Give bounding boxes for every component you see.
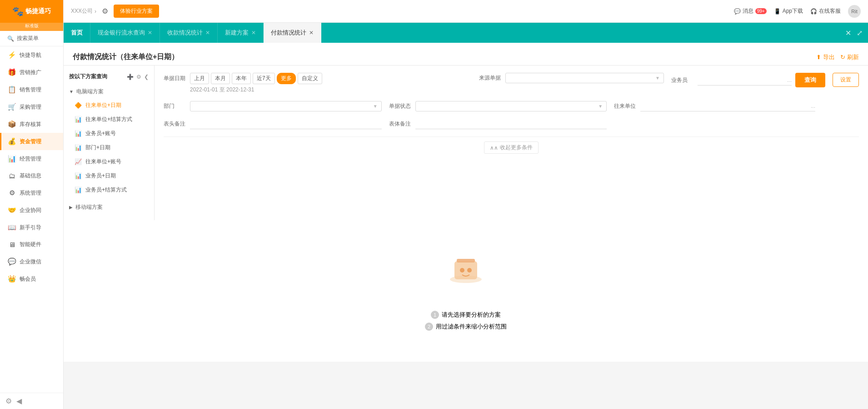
- try-btn[interactable]: 体验行业方案: [114, 5, 159, 18]
- tab-expand-icon[interactable]: ⤢: [857, 29, 863, 37]
- staff-date-label: 业务员+日期: [85, 172, 116, 180]
- tab-new-scheme-close[interactable]: ✕: [251, 30, 256, 36]
- app-icon: 📱: [774, 8, 781, 15]
- tab-payment-close[interactable]: ✕: [309, 30, 314, 36]
- step2-text: 用过滤条件来缩小分析范围: [436, 323, 507, 331]
- empty-illustration: [443, 247, 489, 302]
- sidebar-item-enterprise[interactable]: 🤝 企业协同: [0, 202, 63, 219]
- tab-home[interactable]: 首页: [64, 23, 90, 43]
- scheme-item-partner-date[interactable]: 🔶 往来单位+日期: [64, 98, 154, 112]
- export-icon: ⬆: [816, 54, 821, 61]
- search-label: 搜索菜单: [17, 35, 39, 42]
- export-btn[interactable]: ⬆ 导出: [816, 53, 835, 61]
- query-button[interactable]: 查询: [795, 73, 825, 87]
- header-settings-icon[interactable]: ⚙: [102, 7, 108, 15]
- tab-bar: 首页 现金银行流水查询 ✕ 收款情况统计 ✕ 新建方案 ✕ 付款情况统计 ✕ ✕…: [64, 23, 868, 43]
- logo-text: 畅捷通巧: [25, 7, 51, 15]
- staff-control: ...: [698, 75, 792, 86]
- purchase-icon: 🛒: [7, 103, 17, 111]
- scheme-section-mobile-title[interactable]: ▶ 移动端方案: [64, 201, 154, 214]
- sidebar-item-hardware[interactable]: 🖥 智能硬件: [0, 236, 63, 253]
- dept-filter-group: 部门 ▼: [164, 101, 382, 111]
- logo-subtitle: 标准版: [0, 23, 63, 31]
- scheme-item-staff-date[interactable]: 📊 业务员+日期: [64, 169, 154, 183]
- sidebar-item-system[interactable]: ⚙ 系统管理: [0, 184, 63, 202]
- message-action[interactable]: 💬 消息 99+: [734, 7, 767, 15]
- svg-rect-2: [457, 259, 475, 263]
- sidebar: 🐾 畅捷通巧 标准版 🔍 搜索菜单 ⚡ 快捷导航 🎁 营销推广 📋 销售管理 🛒…: [0, 0, 64, 409]
- date-btn-this-month[interactable]: 本月: [211, 73, 230, 84]
- panel-layout: 按以下方案查询 ➕ ⚙ ❮ ▼ 电脑端方案 🔶 往来单位+日期: [64, 66, 868, 220]
- user-name: Rit: [851, 9, 857, 14]
- staff-settle-label: 业务员+结算方式: [85, 186, 127, 194]
- hardware-icon: 🖥: [7, 241, 17, 248]
- date-filter-group: 单据日期 上月 本月 本年 近7天 更多 自定义 2022-01-01 至 20…: [164, 73, 472, 94]
- date-btn-custom[interactable]: 自定义: [298, 73, 322, 84]
- tab-new-scheme[interactable]: 新建方案 ✕: [218, 23, 264, 43]
- tab-receipt-close[interactable]: ✕: [205, 30, 210, 36]
- body-note-input[interactable]: [415, 119, 607, 129]
- date-btn-this-year[interactable]: 本年: [232, 73, 251, 84]
- sidebar-item-basic[interactable]: 🗂 基础信息: [0, 167, 63, 184]
- sidebar-settings-icon[interactable]: ⚙: [5, 397, 12, 405]
- doc-status-select[interactable]: ▼: [415, 101, 607, 111]
- sidebar-item-operation[interactable]: 📊 经营管理: [0, 150, 63, 167]
- collapse-button[interactable]: ∧∧ 收起更多条件: [484, 141, 539, 154]
- sidebar-item-finance[interactable]: 💰 资金管理: [0, 133, 63, 150]
- staff-ellipsis[interactable]: ...: [787, 77, 792, 83]
- tab-bank[interactable]: 现金银行流水查询 ✕: [90, 23, 160, 43]
- scheme-query-label: 按以下方案查询: [69, 73, 107, 81]
- sidebar-item-sales[interactable]: 📋 销售管理: [0, 81, 63, 98]
- header-note-input[interactable]: [190, 119, 382, 129]
- filter-panel: 单据日期 上月 本月 本年 近7天 更多 自定义 2022-01-01 至 20…: [155, 66, 868, 220]
- sidebar-item-guide[interactable]: 📖 新手引导: [0, 219, 63, 236]
- scheme-collapse-icon[interactable]: ❮: [144, 74, 149, 80]
- search-menu[interactable]: 🔍 搜索菜单: [0, 31, 63, 46]
- scheme-section-desktop-title[interactable]: ▼ 电脑端方案: [64, 85, 154, 98]
- partner-account-icon: 📈: [75, 158, 82, 165]
- system-icon: ⚙: [7, 189, 17, 197]
- partner-date-label: 往来单位+日期: [85, 101, 121, 109]
- scheme-item-partner-account[interactable]: 📈 往来单位+账号: [64, 155, 154, 169]
- sidebar-item-inventory[interactable]: 📦 库存核算: [0, 116, 63, 133]
- scheme-item-dept-date[interactable]: 📊 部门+日期: [64, 141, 154, 155]
- partner-ellipsis[interactable]: ...: [811, 103, 815, 109]
- settings-button[interactable]: 设置: [833, 73, 859, 87]
- step1-text: 请先选择要分析的方案: [442, 311, 501, 319]
- tab-payment[interactable]: 付款情况统计 ✕: [264, 23, 321, 43]
- scheme-item-partner-settle[interactable]: 📊 往来单位+结算方式: [64, 112, 154, 126]
- dept-select[interactable]: ▼: [190, 101, 382, 111]
- tab-bar-actions: ✕ ⤢: [840, 23, 868, 43]
- quick-nav-icon: ⚡: [7, 51, 17, 59]
- sidebar-item-member[interactable]: 👑 畅会员: [0, 270, 63, 288]
- sidebar-item-marketing[interactable]: 🎁 营销推广: [0, 64, 63, 81]
- scheme-gear-icon[interactable]: ⚙: [136, 74, 141, 80]
- partner-settle-label: 往来单位+结算方式: [85, 116, 132, 123]
- source-select[interactable]: ▼: [505, 73, 664, 83]
- service-action[interactable]: 🎧 在线客服: [810, 7, 841, 15]
- guide-icon: 📖: [7, 223, 17, 232]
- date-btn-last-month[interactable]: 上月: [190, 73, 209, 84]
- tab-close-all-icon[interactable]: ✕: [845, 29, 851, 37]
- date-btn-more[interactable]: 更多: [277, 73, 296, 84]
- page-content: 付款情况统计（往来单位+日期） ⬆ 导出 ↻ 刷新 按以下方案查询 ➕: [64, 43, 868, 409]
- tab-bank-close[interactable]: ✕: [148, 30, 152, 36]
- marketing-icon: 🎁: [7, 68, 17, 76]
- sidebar-item-weixin[interactable]: 💬 企业微信: [0, 253, 63, 270]
- user-avatar[interactable]: Rit: [848, 5, 861, 18]
- sidebar-item-purchase[interactable]: 🛒 采购管理: [0, 98, 63, 116]
- scheme-add-icon[interactable]: ➕: [127, 74, 134, 80]
- partner-date-icon: 🔶: [75, 102, 82, 109]
- scheme-item-staff-account[interactable]: 📊 业务员+账号: [64, 126, 154, 141]
- date-btn-7days[interactable]: 近7天: [253, 73, 275, 84]
- scheme-item-staff-settle[interactable]: 📊 业务员+结算方式: [64, 183, 154, 197]
- scheme-panel-header: 按以下方案查询 ➕ ⚙ ❮: [64, 70, 154, 83]
- app-download-action[interactable]: 📱 App下载: [774, 7, 803, 15]
- tab-receipt[interactable]: 收款情况统计 ✕: [160, 23, 218, 43]
- sidebar-item-quick-nav[interactable]: ⚡ 快捷导航: [0, 46, 63, 64]
- staff-account-label: 业务员+账号: [85, 130, 116, 137]
- sidebar-collapse-icon[interactable]: ◀: [16, 397, 22, 405]
- refresh-btn[interactable]: ↻ 刷新: [840, 53, 859, 61]
- member-icon: 👑: [7, 275, 17, 283]
- top-header: XXX公司 › ⚙ 体验行业方案 💬 消息 99+ 📱 App下载 🎧 在线客服…: [64, 0, 868, 23]
